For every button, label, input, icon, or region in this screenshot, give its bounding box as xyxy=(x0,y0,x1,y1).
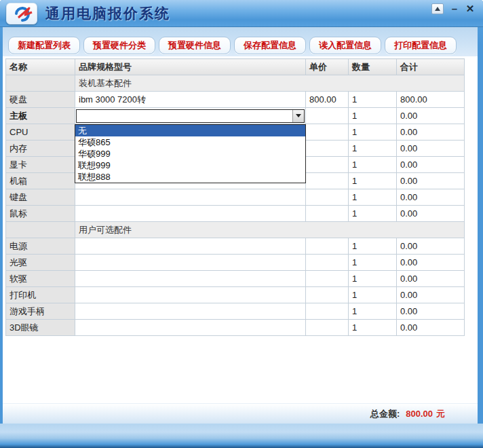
item-brand-cell[interactable] xyxy=(75,189,306,206)
statusbar: 总金额: 800.00 元 xyxy=(3,403,478,424)
item-brand-cell[interactable] xyxy=(75,108,306,124)
item-qty-cell[interactable]: 1 xyxy=(349,255,397,271)
item-price-cell[interactable] xyxy=(306,271,349,287)
item-price-cell[interactable] xyxy=(306,303,349,320)
toolbar-button-new-config-list[interactable]: 新建配置列表 xyxy=(8,37,80,54)
item-name-cell: 键盘 xyxy=(6,189,75,206)
item-qty-cell[interactable]: 1 xyxy=(349,108,397,124)
toolbar-button-preset-hardware-category[interactable]: 预置硬件分类 xyxy=(83,37,155,54)
item-price-cell[interactable] xyxy=(306,189,349,206)
item-total-cell: 0.00 xyxy=(397,303,465,320)
table-row: 打印机10.00 xyxy=(6,287,465,303)
column-header: 数量 xyxy=(349,59,397,75)
table-row: 鼠标10.00 xyxy=(6,206,465,222)
table-row: 电源10.00 xyxy=(6,238,465,255)
combobox-dropdown-button[interactable] xyxy=(292,110,304,122)
item-name-cell: 3D眼镜 xyxy=(6,320,75,336)
column-header: 单价 xyxy=(306,59,349,75)
total-amount-label: 总金额: xyxy=(370,408,400,420)
toolbar-button-preset-hardware-info[interactable]: 预置硬件信息 xyxy=(159,37,231,54)
item-brand-cell[interactable] xyxy=(75,206,306,222)
item-total-cell: 0.00 xyxy=(397,320,465,336)
item-qty-cell[interactable]: 1 xyxy=(349,287,397,303)
item-name-cell: 内存 xyxy=(6,141,75,157)
triangle-up-icon xyxy=(435,7,440,11)
item-total-cell: 0.00 xyxy=(397,271,465,287)
item-price-cell[interactable]: 800.00 xyxy=(306,92,349,108)
item-brand-cell[interactable] xyxy=(75,287,306,303)
window-bottom-frame xyxy=(0,424,483,448)
item-name-cell: 鼠标 xyxy=(6,206,75,222)
close-button[interactable]: ✕ xyxy=(465,3,475,14)
item-name-cell: 显卡 xyxy=(6,157,75,173)
item-brand-cell[interactable] xyxy=(75,238,306,255)
item-price-cell[interactable] xyxy=(306,320,349,336)
dropdown-option[interactable]: 华硕999 xyxy=(75,148,305,160)
section-name-cell xyxy=(6,222,75,238)
item-total-cell: 0.00 xyxy=(397,157,465,173)
table-header-row: 名称品牌规格型号单价数量合计 xyxy=(6,59,465,75)
section-label: 用户可选配件 xyxy=(75,222,465,238)
item-brand-cell[interactable]: ibm 3000 7200转 xyxy=(75,92,306,108)
dropdown-option[interactable]: 联想999 xyxy=(75,160,305,171)
section-name-cell xyxy=(6,75,75,92)
dropdown-option[interactable]: 联想888 xyxy=(75,171,305,183)
item-qty-cell[interactable]: 1 xyxy=(349,157,397,173)
toolbar: 新建配置列表预置硬件分类预置硬件信息保存配置信息读入配置信息打印配置信息 xyxy=(3,27,478,57)
item-price-cell[interactable] xyxy=(306,173,349,189)
item-qty-cell[interactable]: 1 xyxy=(349,124,397,141)
toolbar-button-save-config-info[interactable]: 保存配置信息 xyxy=(234,37,306,54)
dropdown-option[interactable]: 无 xyxy=(75,125,305,136)
item-qty-cell[interactable]: 1 xyxy=(349,173,397,189)
item-name-cell: 软驱 xyxy=(6,271,75,287)
window-title: 通用电脑报价系统 xyxy=(45,4,170,23)
table-row: 3D眼镜10.00 xyxy=(6,320,465,336)
item-qty-cell[interactable]: 1 xyxy=(349,303,397,320)
item-name-cell: 机箱 xyxy=(6,173,75,189)
item-brand-cell[interactable] xyxy=(75,271,306,287)
table-row: 硬盘ibm 3000 7200转800.001800.00 xyxy=(6,92,465,108)
item-price-cell[interactable] xyxy=(306,238,349,255)
app-window: 通用电脑报价系统 – ✕ 新建配置列表预置硬件分类预置硬件信息保存配置信息读入配… xyxy=(0,0,483,448)
chevron-down-icon xyxy=(296,114,301,117)
brand-combobox[interactable] xyxy=(76,109,305,123)
item-price-cell[interactable] xyxy=(306,157,349,173)
minimize-button[interactable]: – xyxy=(450,3,459,14)
item-price-cell[interactable] xyxy=(306,255,349,271)
item-total-cell: 0.00 xyxy=(397,173,465,189)
content-area: 名称品牌规格型号单价数量合计 装机基本配件硬盘ibm 3000 7200转800… xyxy=(3,57,478,403)
item-brand-cell[interactable] xyxy=(75,320,306,336)
item-total-cell: 0.00 xyxy=(397,108,465,124)
column-header: 品牌规格型号 xyxy=(75,59,306,75)
item-qty-cell[interactable]: 1 xyxy=(349,189,397,206)
item-price-cell[interactable] xyxy=(306,108,349,124)
item-qty-cell[interactable]: 1 xyxy=(349,92,397,108)
item-price-cell[interactable] xyxy=(306,141,349,157)
section-row: 装机基本配件 xyxy=(6,75,465,92)
item-qty-cell[interactable]: 1 xyxy=(349,141,397,157)
dropdown-option[interactable]: 华硕865 xyxy=(75,136,305,148)
item-brand-cell[interactable] xyxy=(75,303,306,320)
item-total-cell: 0.00 xyxy=(397,206,465,222)
item-price-cell[interactable] xyxy=(306,287,349,303)
table-row: 键盘10.00 xyxy=(6,189,465,206)
table-row: 光驱10.00 xyxy=(6,255,465,271)
table-row: 主板10.00 xyxy=(6,108,465,124)
quote-table-body: 装机基本配件硬盘ibm 3000 7200转800.001800.00主板10.… xyxy=(6,75,465,336)
logo-glyph xyxy=(9,5,34,22)
item-total-cell: 0.00 xyxy=(397,255,465,271)
item-brand-cell[interactable] xyxy=(75,255,306,271)
quote-table: 名称品牌规格型号单价数量合计 装机基本配件硬盘ibm 3000 7200转800… xyxy=(5,58,465,336)
item-total-cell: 0.00 xyxy=(397,287,465,303)
item-qty-cell[interactable]: 1 xyxy=(349,206,397,222)
item-qty-cell[interactable]: 1 xyxy=(349,320,397,336)
total-amount-value: 800.00 xyxy=(406,409,433,419)
item-name-cell: 光驱 xyxy=(6,255,75,271)
toolbar-button-print-config-info[interactable]: 打印配置信息 xyxy=(385,37,457,54)
item-qty-cell[interactable]: 1 xyxy=(349,238,397,255)
item-price-cell[interactable] xyxy=(306,124,349,141)
toolbar-button-load-config-info[interactable]: 读入配置信息 xyxy=(309,37,381,54)
rollup-button[interactable] xyxy=(431,3,444,14)
item-price-cell[interactable] xyxy=(306,206,349,222)
item-qty-cell[interactable]: 1 xyxy=(349,271,397,287)
